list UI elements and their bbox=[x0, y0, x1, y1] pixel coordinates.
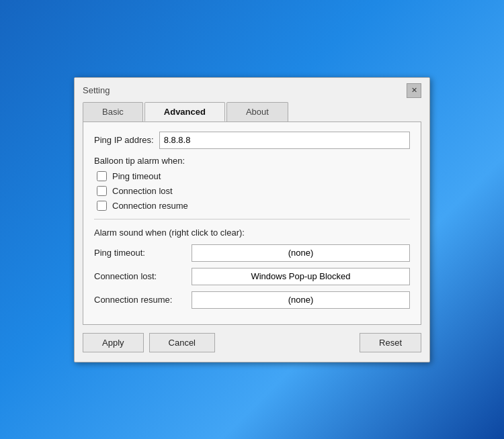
checkbox-row-connection-lost: Connection lost bbox=[97, 186, 410, 196]
tab-advanced-label: Advanced bbox=[164, 107, 206, 117]
sound-connection-resume-label: Connection resume: bbox=[94, 295, 192, 305]
sound-connection-lost-button[interactable]: Windows Pop-up Blocked bbox=[192, 268, 410, 285]
alarm-section-label: Alarm sound when (right click to clear): bbox=[94, 228, 410, 238]
checkbox-connection-resume-label: Connection resume bbox=[112, 201, 188, 211]
ping-ip-input[interactable] bbox=[159, 132, 410, 149]
footer-spacer bbox=[220, 333, 354, 352]
tab-basic[interactable]: Basic bbox=[83, 102, 143, 121]
sound-connection-lost-label: Connection lost: bbox=[94, 271, 192, 281]
footer-bar: Apply Cancel Reset bbox=[75, 325, 429, 362]
checkbox-connection-resume[interactable] bbox=[97, 201, 107, 211]
checkbox-row-ping-timeout: Ping timeout bbox=[97, 171, 410, 181]
tab-advanced[interactable]: Advanced bbox=[144, 102, 225, 121]
balloon-section-label: Balloon tip alarm when: bbox=[94, 156, 410, 166]
sound-row-connection-lost: Connection lost: Windows Pop-up Blocked bbox=[94, 268, 410, 285]
separator bbox=[94, 219, 410, 220]
checkbox-connection-lost-label: Connection lost bbox=[112, 186, 173, 196]
tab-about[interactable]: About bbox=[226, 102, 288, 121]
sound-ping-timeout-label: Ping timeout: bbox=[94, 248, 192, 258]
sound-row-connection-resume: Connection resume: (none) bbox=[94, 291, 410, 309]
checkbox-connection-lost[interactable] bbox=[97, 186, 107, 196]
tab-basic-label: Basic bbox=[102, 107, 124, 117]
tab-bar: Basic Advanced About bbox=[75, 102, 429, 121]
checkbox-ping-timeout[interactable] bbox=[97, 171, 107, 181]
ping-ip-row: Ping IP addres: bbox=[94, 132, 410, 149]
apply-button[interactable]: Apply bbox=[83, 333, 144, 352]
sound-ping-timeout-button[interactable]: (none) bbox=[192, 244, 410, 262]
reset-button[interactable]: Reset bbox=[360, 333, 421, 352]
checkbox-ping-timeout-label: Ping timeout bbox=[112, 171, 161, 181]
close-button[interactable]: ✕ bbox=[407, 83, 421, 98]
window-title: Setting bbox=[83, 85, 110, 95]
settings-window: Setting ✕ Basic Advanced About Ping IP a… bbox=[74, 77, 430, 362]
cancel-button[interactable]: Cancel bbox=[149, 333, 215, 352]
close-icon: ✕ bbox=[411, 86, 417, 95]
tab-about-label: About bbox=[246, 107, 269, 117]
ping-ip-label: Ping IP addres: bbox=[94, 135, 154, 145]
checkbox-row-connection-resume: Connection resume bbox=[97, 201, 410, 211]
sound-row-ping-timeout: Ping timeout: (none) bbox=[94, 244, 410, 262]
content-panel: Ping IP addres: Balloon tip alarm when: … bbox=[83, 121, 421, 325]
title-bar: Setting ✕ bbox=[75, 78, 429, 102]
sound-connection-resume-button[interactable]: (none) bbox=[192, 291, 410, 309]
